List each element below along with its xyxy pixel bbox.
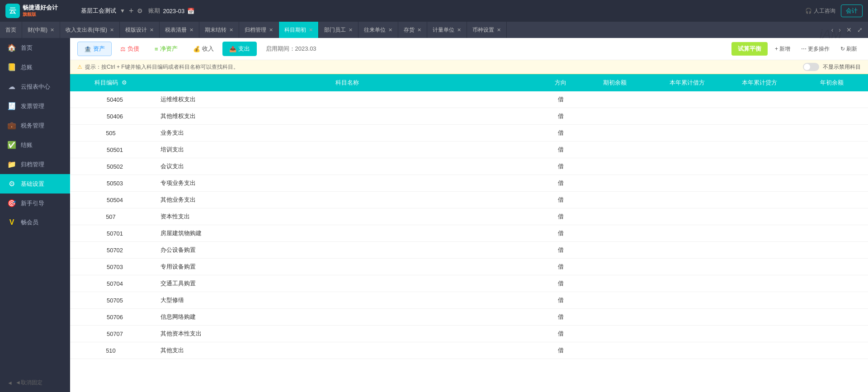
cell-ytd-debit[interactable] xyxy=(651,175,723,192)
cell-balance[interactable] xyxy=(579,259,651,275)
column-settings-icon[interactable]: ⚙ xyxy=(122,79,127,86)
more-actions-button[interactable]: ⋯ 更多操作 xyxy=(797,43,833,55)
cat-tab-income[interactable]: 💰 收入 xyxy=(186,42,221,56)
settings-icon[interactable]: ⚙ xyxy=(137,7,143,14)
table-row[interactable]: 50705 大型修缮 借 xyxy=(70,292,868,309)
table-row[interactable]: 50702 办公设备购置 借 xyxy=(70,242,868,259)
cell-year-balance[interactable] xyxy=(796,309,868,326)
table-row[interactable]: 507 资本性支出 借 xyxy=(70,208,868,225)
cell-ytd-credit[interactable] xyxy=(723,275,796,292)
table-row[interactable]: 50501 培训支出 借 xyxy=(70,142,868,158)
tab-units[interactable]: 计量单位 ✕ xyxy=(427,22,467,38)
cell-year-balance[interactable] xyxy=(796,259,868,275)
cell-year-balance[interactable] xyxy=(796,225,868,242)
cat-tab-liability[interactable]: ⚖ 负债 xyxy=(113,42,146,56)
cell-balance[interactable] xyxy=(579,91,651,108)
tab-close-icon[interactable]: ✕ xyxy=(150,27,154,33)
table-row[interactable]: 50704 交通工具购置 借 xyxy=(70,275,868,292)
cell-ytd-credit[interactable] xyxy=(723,242,796,259)
table-row[interactable]: 505 业务支出 借 xyxy=(70,125,868,142)
table-row[interactable]: 50707 其他资本性支出 借 xyxy=(70,326,868,342)
table-row[interactable]: 50503 专项业务支出 借 xyxy=(70,175,868,192)
cell-year-balance[interactable] xyxy=(796,342,868,359)
cell-ytd-debit[interactable] xyxy=(651,142,723,158)
sidebar-item-archive[interactable]: 📁 归档管理 xyxy=(0,155,70,174)
cell-ytd-debit[interactable] xyxy=(651,91,723,108)
sidebar-item-ledger[interactable]: 📒 总账 xyxy=(0,57,70,77)
cell-ytd-credit[interactable] xyxy=(723,142,796,158)
tab-subject-init[interactable]: 科目期初 ✕ xyxy=(279,22,319,38)
tab-archive[interactable]: 归档管理 ✕ xyxy=(239,22,279,38)
cell-ytd-credit[interactable] xyxy=(723,225,796,242)
tab-close-icon[interactable]: ✕ xyxy=(189,27,193,33)
calendar-icon[interactable]: 📅 xyxy=(187,8,194,14)
tab-finance-mid[interactable]: 财(中期) ✕ xyxy=(22,22,60,38)
cell-ytd-credit[interactable] xyxy=(723,91,796,108)
cell-ytd-debit[interactable] xyxy=(651,108,723,125)
cat-tab-asset[interactable]: 🏦 资产 xyxy=(77,42,112,56)
tab-template[interactable]: 模版设计 ✕ xyxy=(120,22,160,38)
cell-ytd-debit[interactable] xyxy=(651,158,723,175)
cell-balance[interactable] xyxy=(579,175,651,192)
cell-ytd-debit[interactable] xyxy=(651,192,723,208)
account-button[interactable]: 会计 xyxy=(841,5,863,17)
table-row[interactable]: 50502 会议支出 借 xyxy=(70,158,868,175)
cell-ytd-debit[interactable] xyxy=(651,259,723,275)
sidebar-item-cloud-report[interactable]: ☁ 云报表中心 xyxy=(0,77,70,96)
cell-ytd-credit[interactable] xyxy=(723,125,796,142)
cell-year-balance[interactable] xyxy=(796,326,868,342)
project-name[interactable]: 基层工会测试 xyxy=(81,7,116,15)
cell-ytd-credit[interactable] xyxy=(723,292,796,309)
table-row[interactable]: 50703 专用设备购置 借 xyxy=(70,259,868,275)
cell-ytd-debit[interactable] xyxy=(651,309,723,326)
cell-ytd-credit[interactable] xyxy=(723,108,796,125)
cell-balance[interactable] xyxy=(579,225,651,242)
table-row[interactable]: 50405 运维维权支出 借 xyxy=(70,91,868,108)
cell-ytd-credit[interactable] xyxy=(723,158,796,175)
cell-balance[interactable] xyxy=(579,125,651,142)
cell-balance[interactable] xyxy=(579,309,651,326)
tab-close-icon[interactable]: ✕ xyxy=(50,27,54,33)
refresh-button[interactable]: ↻ 刷新 xyxy=(837,43,861,55)
tab-period-close[interactable]: 期末结转 ✕ xyxy=(199,22,239,38)
tab-home[interactable]: 首页 xyxy=(0,22,22,38)
cell-year-balance[interactable] xyxy=(796,292,868,309)
sidebar-item-tax[interactable]: 💼 税务管理 xyxy=(0,116,70,135)
tab-close-icon[interactable]: ✕ xyxy=(229,27,233,33)
tab-currency[interactable]: 币种设置 ✕ xyxy=(467,22,507,38)
tab-close-icon[interactable]: ✕ xyxy=(457,27,461,33)
cell-ytd-debit[interactable] xyxy=(651,292,723,309)
cat-tab-expense[interactable]: 📤 支出 xyxy=(222,42,257,56)
cell-balance[interactable] xyxy=(579,142,651,158)
tab-close-icon[interactable]: ✕ xyxy=(269,27,273,33)
cell-ytd-debit[interactable] xyxy=(651,342,723,359)
cell-year-balance[interactable] xyxy=(796,125,868,142)
sidebar-item-invoice[interactable]: 🧾 发票管理 xyxy=(0,96,70,116)
cell-ytd-credit[interactable] xyxy=(723,259,796,275)
cell-year-balance[interactable] xyxy=(796,108,868,125)
cell-ytd-credit[interactable] xyxy=(723,342,796,359)
cell-ytd-credit[interactable] xyxy=(723,309,796,326)
cell-year-balance[interactable] xyxy=(796,142,868,158)
table-row[interactable]: 50706 信息网络购建 借 xyxy=(70,309,868,326)
cell-balance[interactable] xyxy=(579,208,651,225)
table-row[interactable]: 50701 房屋建筑物购建 借 xyxy=(70,225,868,242)
sidebar-item-guide[interactable]: 🎯 新手引导 xyxy=(0,194,70,213)
cell-balance[interactable] xyxy=(579,292,651,309)
sidebar-item-close-books[interactable]: ✅ 结账 xyxy=(0,135,70,155)
cell-ytd-debit[interactable] xyxy=(651,242,723,259)
cell-year-balance[interactable] xyxy=(796,91,868,108)
cell-year-balance[interactable] xyxy=(796,192,868,208)
tab-inventory[interactable]: 存货 ✕ xyxy=(398,22,427,38)
cell-ytd-debit[interactable] xyxy=(651,326,723,342)
sidebar-item-vip[interactable]: V 畅会员 xyxy=(0,213,70,232)
tab-close-icon[interactable]: ✕ xyxy=(110,27,114,33)
cell-balance[interactable] xyxy=(579,158,651,175)
cell-year-balance[interactable] xyxy=(796,175,868,192)
sidebar-item-home[interactable]: 🏠 首页 xyxy=(0,38,70,57)
tab-close-icon[interactable]: ✕ xyxy=(388,27,392,33)
sidebar-item-basic-settings[interactable]: ⚙ 基础设置 xyxy=(0,174,70,194)
tab-department[interactable]: 部门员工 ✕ xyxy=(319,22,359,38)
table-row[interactable]: 50504 其他业务支出 借 xyxy=(70,192,868,208)
dropdown-arrow-icon[interactable]: ▼ xyxy=(120,8,125,14)
